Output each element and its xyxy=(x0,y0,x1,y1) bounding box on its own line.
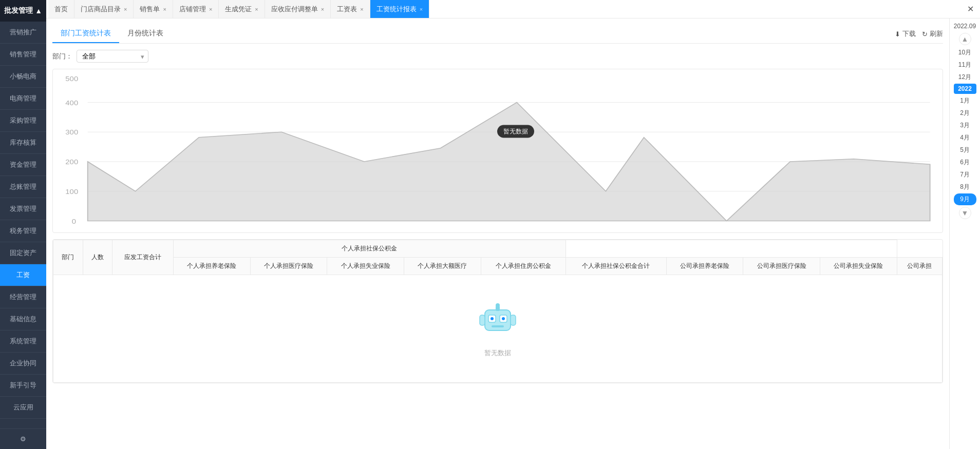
sidebar-header[interactable]: 批发管理 ▲ xyxy=(0,0,46,22)
th-personal-insurance-group: 个人承担社保公积金 xyxy=(174,240,566,258)
timeline-month-2月[interactable]: 2月 xyxy=(954,107,976,119)
settings-button[interactable]: ⚙ xyxy=(0,428,46,449)
timeline-month-1月[interactable]: 1月 xyxy=(954,95,976,107)
sidebar-item-yyyD[interactable]: 云应用 xyxy=(0,397,46,419)
svg-text:400: 400 xyxy=(65,100,78,107)
sidebar: 批发管理 ▲ 营销推广销售管理小畅电商电商管理采购管理库存核算资金管理总账管理发… xyxy=(0,0,46,449)
svg-rect-19 xyxy=(511,315,516,325)
th-col-3: 个人承担大额医疗 xyxy=(404,258,481,275)
timeline-month-3月[interactable]: 3月 xyxy=(954,120,976,131)
tab-close-gzb[interactable]: × xyxy=(360,6,363,12)
sidebar-item-kchs[interactable]: 库存核算 xyxy=(0,132,46,154)
timeline-month-5月[interactable]: 5月 xyxy=(954,144,976,156)
th-headcount: 人数 xyxy=(83,240,112,275)
tab-close-dpgl[interactable]: × xyxy=(209,6,212,12)
th-dept: 部门 xyxy=(53,240,83,275)
timeline-month-12月[interactable]: 12月 xyxy=(954,71,976,83)
tab-sy[interactable]: 首页 xyxy=(48,0,74,18)
tab-close-gztjb[interactable]: × xyxy=(420,6,423,12)
svg-text:0: 0 xyxy=(72,218,77,225)
sidebar-item-dsgl[interactable]: 电商管理 xyxy=(0,88,46,110)
tab-gztjb[interactable]: 工资统计报表× xyxy=(370,0,429,18)
page-inner: 部门工资统计表月份统计表 ⬇ 下载 ↻ 刷新 部门： xyxy=(46,18,980,449)
th-col-7: 公司承担医疗保险 xyxy=(743,258,820,275)
th-total-salary: 应发工资合计 xyxy=(112,240,174,275)
th-col-6: 公司承担养老保险 xyxy=(666,258,743,275)
tab-mcspl[interactable]: 门店商品目录× xyxy=(74,0,134,18)
tab-close-mcspl[interactable]: × xyxy=(124,6,127,12)
sidebar-collapse-icon: ▲ xyxy=(35,7,42,15)
svg-text:100: 100 xyxy=(65,188,78,196)
sub-tab-bmgztj[interactable]: 部门工资统计表 xyxy=(52,25,119,43)
tab-close-yssdd[interactable]: × xyxy=(321,6,324,12)
tab-dpgl[interactable]: 店铺管理× xyxy=(173,0,219,18)
no-data-tooltip: 暂无数据 xyxy=(497,125,534,138)
th-col-4: 个人承担住房公积金 xyxy=(481,258,566,275)
timeline-year: 2022.09 xyxy=(954,23,976,30)
timeline-month-4月[interactable]: 4月 xyxy=(954,132,976,144)
sidebar-item-swgl[interactable]: 税务管理 xyxy=(0,220,46,242)
data-table: 部门 人数 应发工资合计 个人承担社保公积金 个人承担养老保险个人承担医疗保险个… xyxy=(53,240,943,383)
sidebar-item-cggl[interactable]: 采购管理 xyxy=(0,110,46,132)
sidebar-item-jygl[interactable]: 经营管理 xyxy=(0,286,46,308)
tab-close-scpz[interactable]: × xyxy=(255,6,258,12)
sidebar-item-xcdс[interactable]: 小畅电商 xyxy=(0,66,46,88)
timeline-month-9月[interactable]: 9月 xyxy=(954,193,976,205)
sidebar-item-gz[interactable]: 工资 xyxy=(0,264,46,286)
timeline-up-button[interactable]: ▲ xyxy=(959,33,971,45)
tab-gzb[interactable]: 工资表× xyxy=(331,0,370,18)
svg-rect-15 xyxy=(492,325,504,327)
tab-xhd[interactable]: 销售单× xyxy=(134,0,173,18)
tab-scpz[interactable]: 生成凭证× xyxy=(219,0,265,18)
content-area: 部门工资统计表月份统计表 ⬇ 下载 ↻ 刷新 部门： xyxy=(46,18,949,449)
sidebar-item-jcxx[interactable]: 基础信息 xyxy=(0,308,46,330)
toolbar: 部门： 全部 ▾ xyxy=(52,50,943,63)
table-empty-cell: 暂无数据 xyxy=(53,275,943,383)
main-content: 首页门店商品目录×销售单×店铺管理×生成凭证×应收应付调整单×工资表×工资统计报… xyxy=(46,0,980,449)
sidebar-item-fpgl[interactable]: 发票管理 xyxy=(0,198,46,220)
svg-text:500: 500 xyxy=(65,75,78,82)
sidebar-item-qyxt[interactable]: 企业协同 xyxy=(0,353,46,375)
sidebar-item-xsgl[interactable]: 销售管理 xyxy=(0,44,46,66)
chart-container: 0 100 200 300 400 500 暂无数 xyxy=(52,69,943,233)
th-col-2: 个人承担失业保险 xyxy=(327,258,404,275)
table-wrap: 部门 人数 应发工资合计 个人承担社保公积金 个人承担养老保险个人承担医疗保险个… xyxy=(52,239,943,383)
tab-yssdd[interactable]: 应收应付调整单× xyxy=(265,0,331,18)
th-col-9: 公司承担 xyxy=(897,258,942,275)
tab-bar-close-button[interactable]: ✕ xyxy=(963,4,978,14)
download-icon: ⬇ xyxy=(895,30,900,38)
dept-select[interactable]: 全部 xyxy=(77,50,148,63)
empty-text: 暂无数据 xyxy=(69,348,927,358)
timeline-down-button[interactable]: ▼ xyxy=(959,207,971,219)
timeline-month-8月[interactable]: 8月 xyxy=(954,181,976,193)
sidebar-item-xtgl[interactable]: 系统管理 xyxy=(0,330,46,353)
sidebar-item-yxtt[interactable]: 营销推广 xyxy=(0,22,46,44)
svg-text:300: 300 xyxy=(65,129,78,136)
timeline-year-marker[interactable]: 2022 xyxy=(954,84,976,94)
svg-text:200: 200 xyxy=(65,159,78,166)
sub-tab-yftj[interactable]: 月份统计表 xyxy=(119,25,172,43)
sidebar-item-gdze[interactable]: 固定资产 xyxy=(0,242,46,264)
timeline-panel: 2022.09 ▲ 10月11月12月20221月2月3月4月5月6月7月8月9… xyxy=(949,18,980,449)
dept-select-wrap: 全部 ▾ xyxy=(77,50,148,63)
toolbar-right: ⬇ 下载 ↻ 刷新 xyxy=(895,29,943,38)
dept-label: 部门： xyxy=(52,52,72,61)
tab-close-xhd[interactable]: × xyxy=(163,6,166,12)
timeline-month-6月[interactable]: 6月 xyxy=(954,157,976,168)
gear-icon: ⚙ xyxy=(20,435,26,443)
sidebar-item-xsyD[interactable]: 新手引导 xyxy=(0,375,46,397)
svg-rect-18 xyxy=(480,315,485,325)
sidebar-item-zjgl[interactable]: 资金管理 xyxy=(0,154,46,176)
svg-point-21 xyxy=(502,317,505,320)
refresh-button[interactable]: ↻ 刷新 xyxy=(922,29,943,38)
download-button[interactable]: ⬇ 下载 xyxy=(895,29,916,38)
sidebar-item-zzgl[interactable]: 总账管理 xyxy=(0,176,46,198)
toolbar-left: 部门： 全部 ▾ xyxy=(52,50,148,63)
th-col-8: 公司承担失业保险 xyxy=(820,258,897,275)
timeline-month-10月[interactable]: 10月 xyxy=(954,47,976,58)
timeline-month-7月[interactable]: 7月 xyxy=(954,169,976,181)
th-col-5: 个人承担社保公积金合计 xyxy=(566,258,666,275)
timeline-month-11月[interactable]: 11月 xyxy=(954,59,976,71)
th-col-0: 个人承担养老保险 xyxy=(174,258,251,275)
empty-icon xyxy=(477,300,518,341)
